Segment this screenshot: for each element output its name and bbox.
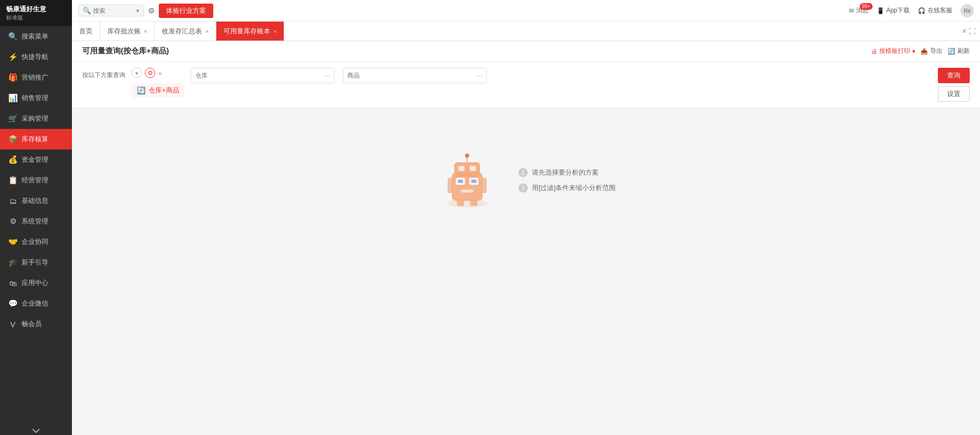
sidebar-item-畅会员[interactable]: V 畅会员	[0, 314, 72, 334]
scheme-item-label: 仓库+商品	[149, 86, 179, 95]
expand-tab-button[interactable]: ⛶	[969, 27, 976, 35]
sidebar-item-库存核算[interactable]: 📦 库存核算	[0, 129, 72, 149]
tip-number-2: 2	[519, 183, 528, 193]
empty-illustration	[436, 149, 498, 211]
page-title: 可用量查询(按仓库+商品)	[82, 46, 169, 56]
scheme-icon: 🔄	[137, 86, 145, 94]
sidebar-item-label-11: 新手引导	[22, 258, 48, 267]
scheme-actions: + ⚙ «	[132, 68, 184, 78]
sidebar-item-label-14: 畅会员	[22, 319, 42, 329]
empty-tip-2: 2 用[过滤]条件来缩小分析范围	[519, 183, 616, 193]
topbar-right: ✉ 消息 99+ 📱 App下载 🎧 在线客服 Rit	[849, 4, 974, 17]
filter-area: 按以下方案查询 + ⚙ « 🔄 仓库+商品 仓库 ··	[72, 62, 980, 108]
close-tab-available-qty[interactable]: ×	[273, 28, 276, 34]
avatar: Rit	[960, 4, 974, 17]
svg-rect-7	[448, 178, 453, 193]
main-area: 🔍 ▾ ⚙ 体验行业方案 ✉ 消息 99+ 📱 App下载 🎧 在线客服	[72, 0, 980, 435]
sidebar-nav: 🔍 搜索菜单 ⚡ 快捷导航 🎁 营销推广 📊 销售管理 🛒 采购管理 📦 库存核…	[0, 26, 72, 427]
warehouse-label: 仓库	[195, 71, 208, 80]
sidebar-icon-13: 💬	[8, 299, 17, 308]
sidebar-item-应用中心[interactable]: 🛍 应用中心	[0, 273, 72, 293]
tab-inventory-batch[interactable]: 库存批次账 ×	[100, 22, 155, 41]
setting-button[interactable]: 设置	[938, 86, 970, 102]
app-download-button[interactable]: 📱 App下载	[877, 6, 910, 15]
sidebar-icon-12: 🛍	[8, 279, 17, 288]
scheme-settings-button[interactable]: ⚙	[145, 68, 155, 78]
warehouse-input[interactable]	[212, 72, 325, 79]
template-print-button[interactable]: 🖨 按模板打印 ▾	[871, 47, 915, 55]
sidebar-item-label-3: 销售管理	[22, 93, 48, 103]
topbar-search-box[interactable]: 🔍 ▾	[78, 5, 144, 16]
search-icon: 🔍	[83, 7, 91, 14]
app-header: 畅康通好生意 标准版	[0, 0, 72, 26]
refresh-button[interactable]: 🔄 刷新	[948, 47, 970, 55]
goods-more-button[interactable]: ···	[477, 72, 482, 79]
filter-inputs: 仓库 ··· 商品 ···	[191, 68, 932, 83]
tab-home[interactable]: 首页	[72, 22, 100, 41]
page-header: 可用量查询(按仓库+商品) 🖨 按模板打印 ▾ 📤 导出 🔄 刷新	[72, 41, 980, 62]
message-button[interactable]: ✉ 消息 99+	[849, 6, 868, 15]
settings-icon[interactable]: ⚙	[148, 6, 155, 15]
goods-filter-field: 商品 ···	[343, 68, 487, 83]
close-tab-inventory-batch[interactable]: ×	[144, 28, 147, 34]
sidebar-item-label-8: 基础信息	[22, 196, 48, 205]
sidebar-scroll-down[interactable]	[0, 427, 72, 435]
message-badge: 99+	[860, 3, 873, 10]
online-service-button[interactable]: 🎧 在线客服	[918, 6, 952, 15]
user-menu[interactable]: Rit	[960, 4, 974, 17]
goods-input[interactable]	[364, 72, 477, 79]
svg-rect-1	[452, 173, 483, 201]
close-tab-receive-summary[interactable]: ×	[205, 28, 208, 34]
chevron-down-icon[interactable]: ▾	[136, 7, 139, 14]
sidebar-item-销售管理[interactable]: 📊 销售管理	[0, 88, 72, 108]
sidebar-item-新手引导[interactable]: 🎓 新手引导	[0, 252, 72, 273]
sidebar-item-label-2: 营销推广	[22, 73, 48, 82]
export-button[interactable]: 📤 导出	[920, 47, 942, 55]
sidebar-icon-7: 📋	[8, 176, 17, 185]
sidebar-item-label-1: 快捷导航	[22, 52, 48, 62]
sidebar-icon-3: 📊	[8, 93, 17, 103]
sidebar-icon-10: 🤝	[8, 237, 17, 247]
sidebar-item-label-0: 搜索菜单	[22, 32, 48, 41]
sidebar-item-快捷导航[interactable]: ⚡ 快捷导航	[0, 47, 72, 67]
collapse-scheme-button[interactable]: «	[158, 69, 162, 77]
search-input[interactable]	[93, 7, 134, 14]
empty-state: 1 请先选择要分析的方案 2 用[过滤]条件来缩小分析范围	[72, 108, 980, 252]
warehouse-more-button[interactable]: ···	[325, 72, 330, 79]
chevron-down-icon-template[interactable]: ▾	[912, 48, 915, 55]
sidebar-item-label-7: 经营管理	[22, 176, 48, 185]
svg-rect-15	[470, 200, 477, 206]
filter-scheme-label: 按以下方案查询	[82, 68, 125, 80]
scheme-item-warehouse-goods[interactable]: 🔄 仓库+商品	[132, 83, 184, 98]
tab-available-qty[interactable]: 可用量库存账本 ×	[216, 22, 284, 41]
tabs-bar: 首页 库存批次账 × 收发存汇总表 × 可用量库存账本 × × ⛶	[72, 22, 980, 41]
sidebar-item-基础信息[interactable]: 🗂 基础信息	[0, 191, 72, 211]
goods-label: 商品	[347, 71, 360, 80]
user-initials: Rit	[964, 8, 970, 14]
refresh-label: 刷新	[957, 47, 970, 55]
print-icon: 🖨	[871, 48, 877, 55]
sidebar-item-营销推广[interactable]: 🎁 营销推广	[0, 67, 72, 88]
svg-rect-6	[461, 190, 473, 193]
sidebar-icon-4: 🛒	[8, 114, 17, 123]
sidebar-item-label-13: 企业微信	[22, 299, 48, 308]
sidebar-item-资金管理[interactable]: 💰 资金管理	[0, 149, 72, 170]
sidebar-item-企业微信[interactable]: 💬 企业微信	[0, 293, 72, 314]
svg-point-13	[465, 154, 469, 158]
sidebar-item-企业协同[interactable]: 🤝 企业协同	[0, 232, 72, 252]
sidebar-item-label-9: 系统管理	[22, 217, 48, 226]
add-scheme-button[interactable]: +	[132, 68, 142, 78]
tab-home-label: 首页	[79, 27, 93, 36]
sidebar-item-经营管理[interactable]: 📋 经营管理	[0, 170, 72, 191]
close-current-tab-button[interactable]: ×	[962, 27, 967, 36]
sidebar-item-搜索菜单[interactable]: 🔍 搜索菜单	[0, 26, 72, 47]
query-button[interactable]: 查询	[938, 68, 970, 83]
trial-industry-button[interactable]: 体验行业方案	[159, 4, 213, 18]
sidebar-icon-9: ⚙	[8, 217, 17, 226]
empty-tips: 1 请先选择要分析的方案 2 用[过滤]条件来缩小分析范围	[519, 168, 616, 193]
app-version: 标准版	[6, 14, 66, 21]
sidebar-item-系统管理[interactable]: ⚙ 系统管理	[0, 211, 72, 232]
tab-receive-summary[interactable]: 收发存汇总表 ×	[155, 22, 216, 41]
headset-icon: 🎧	[918, 7, 926, 14]
sidebar-item-采购管理[interactable]: 🛒 采购管理	[0, 108, 72, 129]
